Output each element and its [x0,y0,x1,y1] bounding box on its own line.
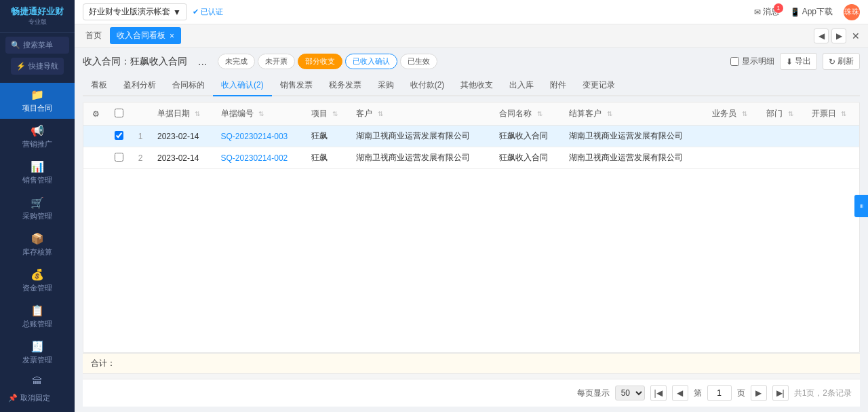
nav-arrows: ◀ ▶ ✕ [814,29,863,43]
data-table-container: ⚙ 单据日期 ⇅ 单据编号 ⇅ [83,102,860,353]
sidebar-item-ledger[interactable]: 📋 总账管理 [0,299,75,335]
sidebar-nav: 📁 项目合同 📢 营销推广 📊 销售管理 🛒 采购管理 📦 库存核算 💰 资金管… [0,80,75,384]
dept-sort-icon[interactable]: ⇅ [788,110,793,117]
export-icon: ⬇ [786,57,793,67]
prev-page-button[interactable]: ◀ [672,385,688,401]
tab-tax-invoice[interactable]: 税务发票 [321,75,370,96]
tab-close-icon[interactable]: × [170,31,174,41]
date-sort-icon[interactable]: ⇅ [195,110,200,117]
nav-prev-button[interactable]: ◀ [814,29,829,43]
page-label: 第 [694,388,702,399]
tab-board[interactable]: 看板 [83,75,115,96]
quick-nav-button[interactable]: ⚡ 快捷导航 [11,58,64,75]
box-icon: 📦 [31,232,44,245]
sidebar-item-purchase[interactable]: 🛒 采购管理 [0,191,75,227]
tab-sales-invoice[interactable]: 销售发票 [272,75,321,96]
next-page-button[interactable]: ▶ [751,385,767,401]
sidebar-item-inventory[interactable]: 📦 库存核算 [0,227,75,263]
end-customer-cell: 湖南卫视商业运营发展有限公司 [562,147,705,169]
tab-purchase[interactable]: 采购 [370,75,402,96]
sidebar-item-tax[interactable]: 🏛 税务管理 [0,371,75,384]
tab-attachments[interactable]: 附件 [542,75,574,96]
date-cell: 2023-02-14 [151,147,214,169]
sidebar-item-funds[interactable]: 💰 资金管理 [0,263,75,299]
total-label: 合计： [91,358,115,369]
tab-bar: 首页 收入合同看板 × ◀ ▶ ✕ [75,24,868,48]
tab-contract-target[interactable]: 合同标的 [164,75,213,96]
horizontal-scrollbar[interactable] [83,373,860,379]
pagination: 每页显示 50 |◀ ◀ 第 页 ▶ ▶| 共1页，2条记录 [83,379,860,407]
lightning-icon: ⚡ [16,62,26,71]
number-sort-icon[interactable]: ⇅ [258,110,264,117]
doc-link-1[interactable]: SQ-20230214-003 [221,132,288,141]
open-date-sort-icon[interactable]: ⇅ [841,110,846,117]
unpin-button[interactable]: 📌 取消固定 [5,390,69,407]
chart-icon: 📊 [31,160,44,173]
settings-cell [83,126,108,147]
checkbox-column [108,102,130,126]
last-page-button[interactable]: ▶| [772,385,789,401]
status-active[interactable]: 已生效 [400,54,437,69]
contract-sort-icon[interactable]: ⇅ [537,110,542,117]
tab-other-income[interactable]: 其他收支 [452,75,501,96]
row-num-cell: 1 [130,126,151,147]
table-row[interactable]: 1 2023-02-14 SQ-20230214-003 狂飙 湖南卫视商业运营… [83,126,859,147]
status-uninvoiced[interactable]: 未开票 [258,54,295,69]
company-selector[interactable]: 好业财专业版演示帐套 ▼ [83,3,187,20]
project-column: 项目 ⇅ [304,102,350,126]
refresh-button[interactable]: ↻ 刷新 [823,53,860,70]
show-detail-checkbox[interactable]: 显示明细 [730,56,774,67]
table-row[interactable]: 2 2023-02-14 SQ-20230214-002 狂飙 湖南卫视商业运营… [83,147,859,169]
detail-checkbox-input[interactable] [730,57,739,66]
number-cell: SQ-20230214-002 [214,147,304,169]
tab-revenue-confirm[interactable]: 收入确认(2) [213,75,272,96]
salesman-sort-icon[interactable]: ⇅ [742,110,747,117]
status-partial[interactable]: 部分收支 [298,54,342,69]
header-left: 好业财专业版演示帐套 ▼ ✔ 已认证 [83,3,223,20]
tab-inout-storage[interactable]: 出入库 [501,75,542,96]
nav-next-button[interactable]: ▶ [831,29,846,43]
date-cell: 2023-02-14 [151,126,214,147]
tab-change-log[interactable]: 变更记录 [574,75,623,96]
tab-payment[interactable]: 收付款(2) [402,75,453,96]
tab-contract-board[interactable]: 收入合同看板 × [110,27,181,44]
doc-link-2[interactable]: SQ-20230214-002 [221,153,288,163]
more-button[interactable]: ... [194,56,211,68]
sidebar-logo: 畅捷通好业财 专业版 [0,0,75,33]
sidebar-item-project-contract[interactable]: 📁 项目合同 [0,83,75,119]
select-all-checkbox[interactable] [115,109,123,117]
message-icon: ✉ [754,7,761,17]
close-tab-button[interactable]: ✕ [849,31,863,41]
salesman-cell [705,126,760,147]
company-name: 好业财专业版演示帐套 [89,6,170,18]
sidebar-item-sales[interactable]: 📊 销售管理 [0,155,75,191]
app-sub: 专业版 [28,18,47,26]
customer-sort-icon[interactable]: ⇅ [378,110,383,117]
download-icon: 📱 [790,7,800,17]
page-input[interactable] [707,385,732,401]
project-sort-icon[interactable]: ⇅ [332,110,338,117]
status-unfinished[interactable]: 未完成 [218,54,255,69]
export-button[interactable]: ⬇ 导出 [780,53,817,70]
salesman-column: 业务员 ⇅ [705,102,760,126]
app-download-button[interactable]: 📱 App下载 [790,6,833,18]
cart-icon: 🛒 [31,196,44,209]
row-checkbox-2[interactable] [115,153,123,162]
sidebar-item-marketing[interactable]: 📢 营销推广 [0,119,75,155]
sidebar-item-invoice[interactable]: 🧾 发票管理 [0,335,75,371]
header-right: ✉ 消息 1 📱 App下载 珠珠 [754,4,860,20]
per-page-select[interactable]: 50 [615,386,645,400]
side-panel-button[interactable]: ≡ [854,195,868,218]
settings-icon[interactable]: ⚙ [92,109,100,119]
status-buttons: 未完成 未开票 部分收支 已收入确认 已生效 [218,54,437,69]
tab-home[interactable]: 首页 [80,27,107,44]
tab-profit[interactable]: 盈利分析 [115,75,164,96]
row-checkbox-1[interactable] [115,131,123,140]
status-confirmed[interactable]: 已收入确认 [345,54,397,69]
verified-badge: ✔ 已认证 [193,7,223,17]
message-button[interactable]: ✉ 消息 1 [754,6,779,18]
first-page-button[interactable]: |◀ [650,385,667,401]
search-menu-button[interactable]: 🔍 搜索菜单 [5,37,69,54]
user-avatar[interactable]: 珠珠 [844,4,860,20]
end-customer-sort-icon[interactable]: ⇅ [607,110,612,117]
